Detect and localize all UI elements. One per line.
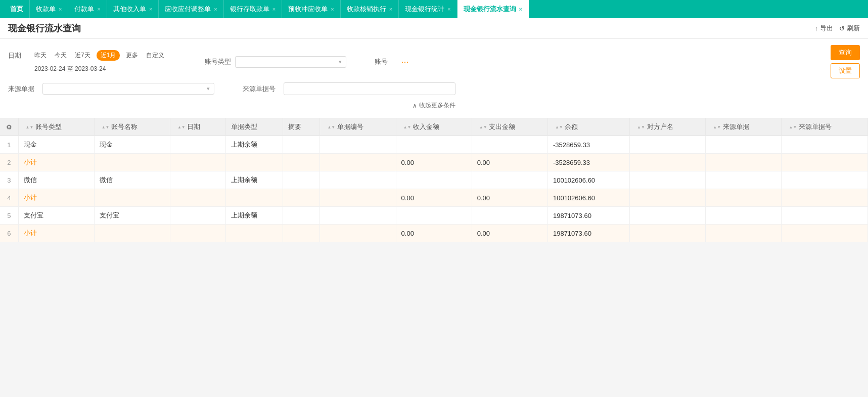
- shortcut-7days[interactable]: 近7天: [73, 50, 93, 61]
- nav-tab-ysyf[interactable]: 应收应付调整单 ×: [159, 0, 223, 18]
- table-cell: [782, 207, 868, 225]
- shortcut-yesterday[interactable]: 昨天: [32, 50, 49, 61]
- th-counterparty: ▲▼ 对方户名: [630, 118, 706, 136]
- table-settings-icon[interactable]: ⚙: [6, 123, 12, 131]
- table-cell: 0.00: [472, 189, 547, 207]
- table-cell: [472, 171, 547, 189]
- table-cell: [283, 171, 320, 189]
- sort-icon[interactable]: ▲▼: [555, 125, 563, 129]
- sort-icon[interactable]: ▲▼: [637, 125, 645, 129]
- refresh-button[interactable]: ↺ 刷新: [839, 24, 860, 33]
- settings-button[interactable]: 设置: [831, 63, 860, 78]
- table-cell: [283, 136, 320, 154]
- collapse-up-icon: ∧: [413, 102, 417, 109]
- table-cell: 6: [0, 225, 18, 242]
- nav-tab-fukuandan[interactable]: 付款单 ×: [68, 0, 107, 18]
- close-icon[interactable]: ×: [519, 6, 522, 12]
- close-icon[interactable]: ×: [447, 6, 450, 12]
- table-cell: [170, 136, 225, 154]
- table-cell: [472, 207, 547, 225]
- table-cell: [396, 171, 472, 189]
- th-account-name: ▲▼ 账号名称: [94, 118, 170, 136]
- table-cell: 小计: [18, 189, 94, 207]
- table-cell: [225, 154, 283, 171]
- page-title: 现金银行流水查询: [8, 22, 81, 34]
- source-doc-label: 来源单据: [8, 84, 34, 94]
- account-dots-button[interactable]: ···: [399, 57, 410, 67]
- sort-icon[interactable]: ▲▼: [26, 125, 34, 129]
- filter-row-2: 来源单据 ▾ 来源单据号: [8, 82, 860, 95]
- sort-icon[interactable]: ▲▼: [479, 125, 487, 129]
- th-account-type: ▲▼ 账号类型: [18, 118, 94, 136]
- table-cell: 0.00: [396, 189, 472, 207]
- close-icon[interactable]: ×: [272, 6, 276, 12]
- shortcut-custom[interactable]: 自定义: [144, 50, 166, 61]
- th-date: ▲▼ 日期: [170, 118, 225, 136]
- nav-tab-skhx[interactable]: 收款核销执行 ×: [341, 0, 399, 18]
- table-cell: [782, 225, 868, 242]
- sort-icon[interactable]: ▲▼: [327, 125, 335, 129]
- table-cell: [320, 154, 396, 171]
- header-actions: ↑ 导出 ↺ 刷新: [815, 24, 860, 33]
- table-row: 1现金现金上期余额-3528659.33: [0, 136, 868, 154]
- nav-tab-yhcqk[interactable]: 银行存取款单 ×: [224, 0, 282, 18]
- export-icon: ↑: [815, 25, 818, 32]
- source-doc-select[interactable]: ▾: [42, 83, 214, 95]
- table-cell: 现金: [94, 136, 170, 154]
- table-row: 3微信微信上期余额100102606.60: [0, 171, 868, 189]
- account-type-select[interactable]: ▾: [235, 56, 346, 68]
- close-icon[interactable]: ×: [331, 6, 334, 12]
- table-cell: [706, 225, 782, 242]
- nav-tab-qtsr[interactable]: 其他收入单 ×: [107, 0, 159, 18]
- data-table: ⚙ ▲▼ 账号类型 ▲▼ 账号名称 ▲▼ 日期 单据类型 摘要 ▲▼: [0, 118, 868, 242]
- nav-tab-shoukuandan[interactable]: 收款单 ×: [30, 0, 68, 18]
- shortcut-more[interactable]: 更多: [124, 50, 140, 61]
- table-cell: 1: [0, 136, 18, 154]
- th-source-doc: ▲▼ 来源单据: [706, 118, 782, 136]
- table-cell: 微信: [94, 171, 170, 189]
- th-doc-type: 单据类型: [225, 118, 283, 136]
- table-cell: 支付宝: [18, 207, 94, 225]
- nav-tab-ysch[interactable]: 预收冲应收单 ×: [282, 0, 340, 18]
- table-cell: [94, 225, 170, 242]
- table-cell: [94, 189, 170, 207]
- th-settings[interactable]: ⚙: [0, 118, 18, 136]
- close-icon[interactable]: ×: [59, 6, 62, 12]
- table-cell: [706, 154, 782, 171]
- close-icon[interactable]: ×: [214, 6, 217, 12]
- sort-icon[interactable]: ▲▼: [177, 125, 186, 129]
- table-cell: [706, 136, 782, 154]
- table-cell: [782, 136, 868, 154]
- sort-icon[interactable]: ▲▼: [102, 125, 110, 129]
- close-icon[interactable]: ×: [149, 6, 152, 12]
- nav-home[interactable]: 首页: [4, 0, 30, 18]
- table-cell: [283, 207, 320, 225]
- table-cell: [630, 136, 706, 154]
- table-cell: [782, 154, 868, 171]
- shortcut-1month[interactable]: 近1月: [97, 50, 120, 61]
- close-icon[interactable]: ×: [389, 6, 392, 12]
- date-shortcuts: 昨天 今天 近7天 近1月 更多 自定义: [32, 50, 166, 61]
- export-button[interactable]: ↑ 导出: [815, 24, 834, 33]
- filter-row-1: 日期 昨天 今天 近7天 近1月 更多 自定义 2023-02-24 至 202…: [8, 45, 860, 78]
- source-doc-no-input[interactable]: [284, 82, 455, 95]
- sort-icon[interactable]: ▲▼: [403, 125, 412, 129]
- table-cell: [630, 207, 706, 225]
- table-cell: [706, 207, 782, 225]
- table-row: 5支付宝支付宝上期余额19871073.60: [0, 207, 868, 225]
- sort-icon[interactable]: ▲▼: [789, 125, 797, 129]
- table-cell: [170, 189, 225, 207]
- nav-tab-xjyhls[interactable]: 现金银行流水查询 ×: [458, 0, 529, 18]
- collapse-button[interactable]: ∧ 收起更多条件: [8, 99, 860, 112]
- sort-icon[interactable]: ▲▼: [713, 125, 721, 129]
- close-icon[interactable]: ×: [97, 6, 100, 12]
- shortcut-today[interactable]: 今天: [53, 50, 69, 61]
- query-button[interactable]: 查询: [831, 45, 860, 60]
- top-nav: 首页 收款单 × 付款单 × 其他收入单 × 应收应付调整单 × 银行存取款单 …: [0, 0, 868, 18]
- table-cell: 2: [0, 154, 18, 171]
- table-cell: [782, 171, 868, 189]
- table-cell: [320, 207, 396, 225]
- table-cell: 支付宝: [94, 207, 170, 225]
- table-cell: 100102606.60: [547, 171, 629, 189]
- nav-tab-xjyhtj[interactable]: 现金银行统计 ×: [399, 0, 457, 18]
